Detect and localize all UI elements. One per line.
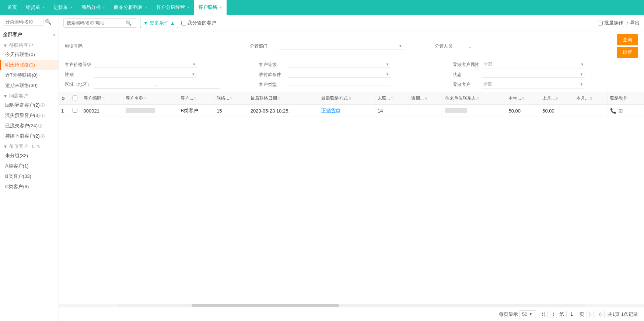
filter-area-input[interactable]: ... <box>94 81 220 89</box>
sidebar-item-churned[interactable]: 已流失客户(24) ⓘ <box>0 121 59 131</box>
main-search-icon[interactable]: 🔍 <box>126 20 132 26</box>
total-records-label: 共1页 1条记录 <box>608 311 638 318</box>
main-layout: 🔍 全部客户 « ▼ 待联络客户 今天待联络(0) 明天待联络(1) 近7天待联… <box>0 15 644 321</box>
main-search-input[interactable] <box>67 20 126 25</box>
filter-row-1: 电话号码 分管部门 ▼ 分管人员 ... 查询 <box>65 34 638 58</box>
sidebar-item-week[interactable]: 近7天待联络(0) <box>0 70 59 80</box>
batch-ops-btn[interactable]: 批量操作 <box>598 20 623 26</box>
th-this-month[interactable]: 本月...⇅ <box>574 92 608 105</box>
sidebar-search-input[interactable] <box>3 18 43 26</box>
set-button[interactable]: 设置 <box>617 47 638 58</box>
td-uncontacted: 14 <box>375 105 409 117</box>
sidebar-search-icon[interactable]: 🔍 <box>45 19 51 25</box>
nav-sales-order[interactable]: 销货单 × <box>21 0 49 15</box>
close-icon[interactable]: × <box>187 5 189 10</box>
my-customer-check-input[interactable] <box>181 21 186 25</box>
batch-ops-check[interactable] <box>598 21 603 25</box>
filter-payment-select[interactable]: ▼ <box>288 71 391 78</box>
th-name[interactable]: 客户名称⇅ <box>123 92 178 105</box>
filter-phone-input[interactable] <box>94 42 219 50</box>
close-icon[interactable]: × <box>70 5 72 10</box>
horizontal-scrollbar[interactable] <box>118 304 585 307</box>
filter-payment: 收付款条件 ▼ <box>259 71 444 78</box>
query-button[interactable]: 查询 <box>617 34 638 45</box>
sidebar-item-b-class[interactable]: B类客户(33) <box>0 171 59 182</box>
close-icon[interactable]: × <box>145 5 147 10</box>
first-page-btn[interactable]: ⟨⟨ <box>539 311 548 318</box>
page-number-input[interactable] <box>566 311 577 318</box>
th-uncontacted[interactable]: 未联...⇅ <box>375 92 409 105</box>
sort-icon: ⇅ <box>349 96 351 100</box>
filter-status: 状态 ▼ <box>453 71 638 78</box>
row-checkbox[interactable] <box>73 108 77 113</box>
close-icon[interactable]: × <box>42 5 45 10</box>
sidebar-item-repurchase[interactable]: 回购异常客户(2) ⓘ <box>0 100 59 110</box>
th-overdue[interactable]: 逾期...⇅ <box>409 92 443 105</box>
sidebar-item-churn-risk[interactable]: 流失预警客户(3) ⓘ <box>0 110 59 121</box>
td-this-month <box>574 105 608 117</box>
grid-icon[interactable]: ⊞ <box>619 108 623 114</box>
nav-customer-contact[interactable]: 客户联络 × <box>194 0 226 15</box>
nav-customer-segmentation[interactable]: 客户分层经营 × <box>152 0 194 15</box>
sidebar-all-customers[interactable]: 全部客户 « <box>0 29 59 40</box>
prev-page-btn[interactable]: ⟨ <box>550 311 557 318</box>
last-page-btn[interactable]: ⟩⟩ <box>596 311 605 318</box>
export-btn[interactable]: ↑ 导出 <box>626 20 640 26</box>
sort-icon: ⇅ <box>391 96 394 100</box>
nav-product-analysis-list[interactable]: 商品分析列表 × <box>109 0 151 15</box>
filter-more-btn[interactable]: ▼ 更多条件 ▲ <box>140 18 178 28</box>
filter-retail-attr-select[interactable]: 全部 ▼ <box>482 60 585 69</box>
nav-product-analysis[interactable]: 商品分析 × <box>77 0 109 15</box>
sidebar-item-overdue[interactable]: 逾期未联络(30) <box>0 80 59 91</box>
sidebar-item-tomorrow[interactable]: 明天待联络(1) <box>0 60 59 70</box>
close-icon[interactable]: × <box>103 5 105 10</box>
next-page-btn[interactable]: ⟩ <box>587 311 594 318</box>
export-icon: ↑ <box>626 20 629 26</box>
sidebar-item-a-class[interactable]: A类客户(1) <box>0 161 59 171</box>
search-input-wrapper: 🔍 <box>63 18 137 28</box>
sort-icon: ⇅ <box>230 96 233 100</box>
th-last-contact-method[interactable]: 最后联络方式⇅ <box>319 92 375 105</box>
th-this-year[interactable]: 本年...⇅ <box>506 92 540 105</box>
th-last-month[interactable]: 上月...⇅ <box>540 92 574 105</box>
page-size-input[interactable]: 50 ▼ <box>519 310 536 318</box>
th-settings[interactable]: ⚙ <box>59 92 70 105</box>
last-contact-link[interactable]: 下销货单 <box>321 108 340 113</box>
th-code[interactable]: 客户编码⇅ <box>81 92 123 105</box>
chevron-down-icon: ▼ <box>192 62 196 66</box>
filter-customer-level-select[interactable]: ▼ <box>288 61 391 68</box>
filter-dept-select[interactable]: ▼ <box>279 43 404 49</box>
filter-status-select[interactable]: ▼ <box>482 71 585 78</box>
nav-home[interactable]: 首页 <box>3 0 21 15</box>
filter-gender-select[interactable]: ▼ <box>94 71 197 78</box>
chevron-up-icon: ▲ <box>170 20 175 26</box>
search-bar: 🔍 ▼ 更多条件 ▲ 我分管的客户 批量操作 ↑ 导出 <box>59 15 644 31</box>
chevron-down-icon: ▼ <box>386 72 389 76</box>
close-icon[interactable]: × <box>220 5 222 10</box>
filter-customer-type-select[interactable] <box>288 83 391 86</box>
filter-row-3: 性别 ▼ 收付款条件 ▼ 状态 <box>65 71 638 78</box>
sidebar-item-c-class[interactable]: C类客户(6) <box>0 182 59 192</box>
nav-purchase-order[interactable]: 进货单 × <box>49 0 77 15</box>
th-contact-person[interactable]: 往来单位联系人⇅ <box>443 92 506 105</box>
filter-person-input[interactable]: ... <box>463 42 478 50</box>
phone-icon[interactable]: 📞 <box>610 108 616 114</box>
th-last-contact-date[interactable]: 最后联络日期⇅ <box>248 92 319 105</box>
sort-icon: ⇅ <box>522 96 525 100</box>
my-customer-checkbox[interactable]: 我分管的客户 <box>181 20 216 26</box>
select-all-checkbox[interactable] <box>73 96 77 100</box>
td-name <box>123 105 178 117</box>
th-contacts[interactable]: 联络...⇅ <box>214 92 248 105</box>
sidebar-item-declining[interactable]: 持续下滑客户(2) ⓘ <box>0 131 59 141</box>
scrollbar-thumb[interactable] <box>192 304 339 307</box>
td-checkbox[interactable] <box>70 105 81 117</box>
sidebar-item-today[interactable]: 今天待联络(0) <box>0 49 59 60</box>
td-this-year: 50.00 <box>506 105 540 117</box>
filter-price-level-select[interactable]: ▼ <box>94 61 197 68</box>
sidebar-item-ungrouped[interactable]: 未分组(32) <box>0 151 59 161</box>
th-checkbox[interactable] <box>70 92 81 105</box>
page-nav: ⟨⟨ ⟨ 第 页 ⟩ ⟩⟩ <box>539 311 605 318</box>
filter-retail-customer-select[interactable]: 全部 ▼ <box>482 80 585 89</box>
th-type[interactable]: 客户...⇅ <box>178 92 214 105</box>
page-size-select: 每页显示 50 ▼ <box>499 310 536 318</box>
